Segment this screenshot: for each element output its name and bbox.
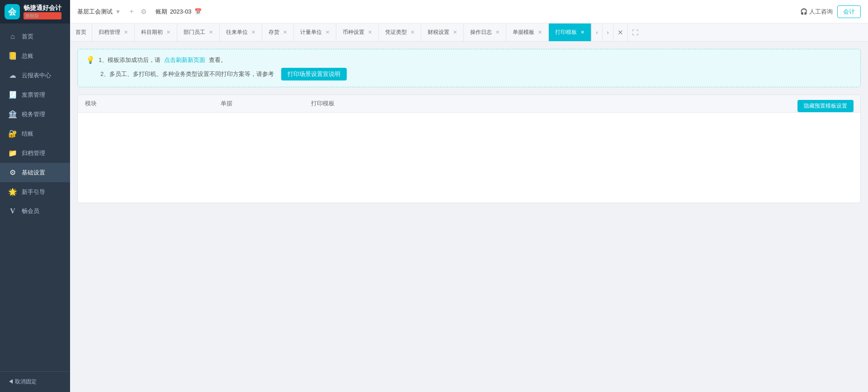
content-area: 隐藏预置模板设置 💡 1、模板添加成功后，请 点击刷新新页面 查看。 2、多员工… <box>70 42 868 392</box>
sidebar-item-label: 总账 <box>22 52 33 60</box>
tab-label: 计量单位 <box>300 28 322 36</box>
tab-close-oplog[interactable]: ✕ <box>495 29 500 35</box>
tab-close-receipt[interactable]: ✕ <box>538 29 542 35</box>
sidebar-item-settings[interactable]: ⚙ 基础设置 <box>0 163 70 182</box>
tab-close-all-button[interactable]: ✕ <box>613 24 627 42</box>
topbar: 基层工会测试 ▼ ＋ ⚙ 账期 2023-03 📅 🎧 人工咨询 会计 <box>70 0 868 24</box>
sidebar-logo: 会 畅捷通好会计 旗舰版 <box>0 0 70 24</box>
sidebar-item-home[interactable]: ⌂ 首页 <box>0 27 70 46</box>
close-account-icon: 🔐 <box>8 129 17 138</box>
guide-icon: 🌟 <box>8 188 17 196</box>
hide-preset-button[interactable]: 隐藏预置模板设置 <box>797 100 854 112</box>
tab-close-finance[interactable]: ✕ <box>453 29 457 35</box>
sidebar-item-archive[interactable]: 📁 归档管理 <box>0 143 70 163</box>
sidebar-item-label: 税务管理 <box>22 110 45 118</box>
tab-close-subject[interactable]: ✕ <box>166 29 170 35</box>
logo-title: 畅捷通好会计 <box>24 4 61 12</box>
topbar-right: 🎧 人工咨询 会计 <box>800 5 861 18</box>
tab-label: 科目期初 <box>141 28 163 36</box>
period-label: 账期 <box>156 8 167 16</box>
bulb-icon: 💡 <box>86 56 95 64</box>
kwai-button[interactable]: 会计 <box>837 5 861 18</box>
table-body <box>77 113 861 203</box>
tab-home[interactable]: 首页 <box>70 24 92 42</box>
tab-supplier[interactable]: 往来单位 ✕ <box>220 24 262 42</box>
tab-label: 单据模板 <box>513 28 534 36</box>
tab-print[interactable]: 打印模板 ✕ <box>549 24 591 42</box>
sidebar-item-label: 新手引导 <box>22 188 45 196</box>
logo-sub: 旗舰版 <box>24 12 61 19</box>
tab-label: 首页 <box>75 28 86 36</box>
settings-icon: ⚙ <box>8 168 17 177</box>
tab-label: 财税设置 <box>428 28 449 36</box>
tab-close-print[interactable]: ✕ <box>580 29 585 35</box>
sidebar-item-label: 畅会员 <box>22 207 39 215</box>
info-box: 💡 1、模板添加成功后，请 点击刷新新页面 查看。 2、多员工、多打印机、多种业… <box>77 49 861 87</box>
company-dropdown-icon: ▼ <box>115 9 121 15</box>
tab-close-dept[interactable]: ✕ <box>209 29 213 35</box>
tab-next-button[interactable]: › <box>602 24 613 42</box>
tax-icon: 🏦 <box>8 110 17 118</box>
tab-label: 打印模板 <box>555 28 577 36</box>
tab-close-currency[interactable]: ✕ <box>368 29 372 35</box>
company-settings-icon[interactable]: ⚙ <box>141 8 146 16</box>
sidebar-item-label: 发票管理 <box>22 91 45 99</box>
info-row-1: 💡 1、模板添加成功后，请 点击刷新新页面 查看。 <box>86 56 852 64</box>
company-name: 基层工会测试 <box>77 8 113 16</box>
company-selector[interactable]: 基层工会测试 ▼ <box>77 8 121 16</box>
tab-currency[interactable]: 币种设置 ✕ <box>336 24 379 42</box>
tab-label: 归档管理 <box>99 28 120 36</box>
headset-icon: 🎧 <box>800 8 807 15</box>
info-text-1-prefix: 1、模板添加成功后，请 <box>99 56 160 64</box>
calendar-icon: 📅 <box>194 8 202 15</box>
sidebar-unpin-button[interactable]: ◀ 取消固定 <box>0 371 70 392</box>
tab-label: 操作日志 <box>470 28 492 36</box>
tab-oplog[interactable]: 操作日志 ✕ <box>464 24 506 42</box>
sidebar-item-close[interactable]: 🔐 结账 <box>0 124 70 143</box>
col-header-order: 单据 <box>221 99 311 108</box>
tab-measure[interactable]: 计量单位 ✕ <box>294 24 336 42</box>
support-button[interactable]: 🎧 人工咨询 <box>800 8 833 16</box>
tab-receipt[interactable]: 单据模板 ✕ <box>506 24 549 42</box>
tab-prev-button[interactable]: ‹ <box>591 24 602 42</box>
tab-close-voucher[interactable]: ✕ <box>410 29 415 35</box>
tab-close-measure[interactable]: ✕ <box>326 29 330 35</box>
sidebar-item-member[interactable]: V 畅会员 <box>0 202 70 221</box>
period-selector[interactable]: 账期 2023-03 📅 <box>156 8 202 16</box>
sidebar-item-tax[interactable]: 🏦 税务管理 <box>0 104 70 124</box>
info-text-1-suffix: 查看。 <box>209 56 226 64</box>
tab-voucher[interactable]: 凭证类型 ✕ <box>379 24 421 42</box>
tab-label: 存货 <box>269 28 279 36</box>
sidebar-item-guide[interactable]: 🌟 新手引导 <box>0 182 70 202</box>
sidebar-item-label: 首页 <box>22 33 33 41</box>
sidebar-footer-label: ◀ 取消固定 <box>8 378 37 386</box>
tab-label: 往来单位 <box>226 28 248 36</box>
sidebar-item-ledger[interactable]: 📒 总账 <box>0 46 70 66</box>
tab-finance[interactable]: 财税设置 ✕ <box>421 24 464 42</box>
tab-dept[interactable]: 部门员工 ✕ <box>177 24 220 42</box>
tab-stock[interactable]: 存货 ✕ <box>262 24 294 42</box>
tab-close-archive[interactable]: ✕ <box>124 29 128 35</box>
info-link-refresh[interactable]: 点击刷新新页面 <box>164 56 205 64</box>
member-icon: V <box>8 207 17 215</box>
sidebar: 会 畅捷通好会计 旗舰版 ⌂ 首页 📒 总账 ☁ 云报表中心 🧾 发票管理 🏦 … <box>0 0 70 392</box>
support-label: 人工咨询 <box>809 8 833 16</box>
print-scene-button[interactable]: 打印场景设置宣说明 <box>281 68 347 80</box>
tab-archive[interactable]: 归档管理 ✕ <box>92 24 135 42</box>
period-value: 2023-03 <box>170 8 192 15</box>
tab-expand-button[interactable]: ⛶ <box>627 24 642 42</box>
info-text-2-prefix: 2、多员工、多打印机、多种业务类型设置不同打印方案等，请参考 <box>100 70 274 78</box>
invoice-icon: 🧾 <box>8 90 17 99</box>
sidebar-item-invoice[interactable]: 🧾 发票管理 <box>0 85 70 104</box>
col-header-module: 模块 <box>85 99 221 108</box>
tabbar: 首页 归档管理 ✕ 科目期初 ✕ 部门员工 ✕ 往来单位 ✕ 存货 ✕ 计量单位… <box>70 24 868 42</box>
tab-subject[interactable]: 科目期初 ✕ <box>135 24 177 42</box>
add-company-button[interactable]: ＋ <box>128 7 135 16</box>
tab-label: 币种设置 <box>343 28 364 36</box>
main: 基层工会测试 ▼ ＋ ⚙ 账期 2023-03 📅 🎧 人工咨询 会计 首页 归… <box>70 0 868 392</box>
tab-close-stock[interactable]: ✕ <box>283 29 287 35</box>
tab-label: 部门员工 <box>184 28 205 36</box>
tab-close-supplier[interactable]: ✕ <box>251 29 255 35</box>
sidebar-item-reports[interactable]: ☁ 云报表中心 <box>0 66 70 85</box>
info-row-2: 2、多员工、多打印机、多种业务类型设置不同打印方案等，请参考 打印场景设置宣说明 <box>86 68 852 80</box>
